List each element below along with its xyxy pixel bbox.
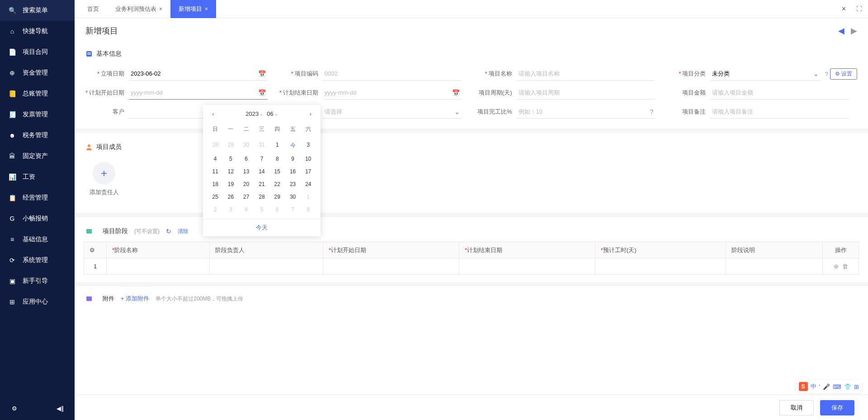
sidebar-item-14[interactable]: ⊞应用中心 bbox=[0, 291, 75, 312]
calendar-day[interactable]: 4 bbox=[239, 203, 254, 216]
calendar-day[interactable]: 7 bbox=[285, 203, 300, 216]
ime-skin-icon[interactable]: 👕 bbox=[844, 383, 851, 390]
calendar-next-icon[interactable]: › bbox=[307, 110, 314, 118]
calendar-day[interactable]: 30 bbox=[239, 138, 254, 153]
ime-lang-toggle[interactable]: 中 bbox=[811, 382, 816, 391]
row-add-icon[interactable]: ⊕ bbox=[834, 263, 839, 270]
calendar-day[interactable]: 23 bbox=[285, 178, 300, 191]
sidebar-item-6[interactable]: ☻税务管理 bbox=[0, 125, 75, 146]
calendar-icon[interactable]: 📅 bbox=[452, 89, 460, 96]
calendar-day[interactable]: 25 bbox=[208, 191, 223, 203]
calendar-day[interactable]: 4 bbox=[208, 153, 223, 165]
calendar-day[interactable]: 1 bbox=[269, 138, 285, 153]
calendar-day[interactable]: 3 bbox=[301, 138, 316, 153]
sidebar-item-0[interactable]: 🔍搜索菜单 bbox=[0, 0, 75, 21]
add-member-button[interactable]: + bbox=[93, 162, 115, 185]
calendar-day[interactable]: 11 bbox=[208, 165, 223, 178]
ime-voice-icon[interactable]: 🎤 bbox=[823, 383, 830, 390]
calendar-day[interactable]: 27 bbox=[239, 191, 254, 203]
calendar-day[interactable]: 9 bbox=[285, 153, 300, 165]
calendar-day[interactable]: 3 bbox=[223, 203, 238, 216]
sidebar-item-12[interactable]: ⟳系统管理 bbox=[0, 250, 75, 271]
calendar-day[interactable]: 19 bbox=[223, 178, 238, 191]
plan-end-input[interactable] bbox=[323, 86, 462, 100]
settings-icon[interactable]: ⚙ bbox=[9, 403, 20, 414]
calendar-month-select[interactable]: 06⌄ bbox=[267, 110, 278, 117]
add-attachment-button[interactable]: + 添加附件 bbox=[121, 295, 149, 303]
tab-1[interactable]: 业务利润预估表× bbox=[107, 0, 170, 18]
row-delete-icon[interactable]: 🗑 bbox=[842, 263, 848, 270]
help-icon[interactable]: ? bbox=[825, 71, 828, 77]
calendar-day[interactable]: 15 bbox=[269, 165, 285, 178]
calendar-day[interactable]: 20 bbox=[239, 178, 254, 191]
close-all-tabs-icon[interactable]: ✕ bbox=[838, 4, 849, 14]
category-select[interactable] bbox=[710, 67, 821, 81]
sidebar-item-2[interactable]: 📄项目合同 bbox=[0, 42, 75, 62]
tab-2[interactable]: 新增项目× bbox=[170, 0, 216, 18]
ime-punct-icon[interactable]: ' bbox=[819, 383, 820, 390]
calendar-day[interactable]: 26 bbox=[223, 191, 238, 203]
plan-start-input[interactable] bbox=[129, 86, 268, 100]
calendar-day[interactable]: 21 bbox=[254, 178, 269, 191]
calendar-day[interactable]: 29 bbox=[223, 138, 238, 153]
remark-input[interactable] bbox=[710, 105, 849, 119]
calendar-day[interactable]: 24 bbox=[301, 178, 316, 191]
sidebar-item-8[interactable]: 📊工资 bbox=[0, 167, 75, 187]
collapse-sidebar-icon[interactable]: ◀‖ bbox=[55, 403, 66, 414]
dept-select[interactable] bbox=[323, 105, 462, 119]
calendar-today-button[interactable]: 今天 bbox=[203, 219, 321, 236]
setup-date-input[interactable] bbox=[129, 67, 268, 81]
tab-0[interactable]: 首页 bbox=[79, 0, 107, 18]
sidebar-item-4[interactable]: 📒总账管理 bbox=[0, 83, 75, 104]
sidebar-item-13[interactable]: ▣新手引导 bbox=[0, 271, 75, 291]
ime-logo-icon[interactable]: S bbox=[799, 382, 808, 391]
sidebar-item-3[interactable]: ⊕资金管理 bbox=[0, 62, 75, 83]
calendar-day[interactable]: 5 bbox=[223, 153, 238, 165]
close-icon[interactable]: × bbox=[159, 6, 162, 12]
clear-button[interactable]: 清除 bbox=[178, 228, 189, 235]
ime-toolbox-icon[interactable]: ⊞ bbox=[854, 383, 859, 390]
calendar-prev-icon[interactable]: ‹ bbox=[209, 110, 217, 118]
calendar-day[interactable]: 28 bbox=[208, 138, 223, 153]
page-prev-icon[interactable]: ◀ bbox=[838, 26, 844, 36]
calendar-day[interactable]: 18 bbox=[208, 178, 223, 191]
sidebar-item-10[interactable]: G小畅报销 bbox=[0, 208, 75, 229]
sidebar-item-9[interactable]: 📋经营管理 bbox=[0, 187, 75, 208]
page-next-icon[interactable]: ▶ bbox=[851, 26, 857, 36]
sidebar-item-7[interactable]: 🏛固定资产 bbox=[0, 146, 75, 167]
name-input[interactable] bbox=[517, 67, 656, 81]
progress-input[interactable] bbox=[517, 105, 656, 119]
calendar-day[interactable]: 14 bbox=[254, 165, 269, 178]
help-icon[interactable]: ? bbox=[650, 108, 653, 115]
calendar-day[interactable]: 8 bbox=[269, 153, 285, 165]
calendar-day[interactable]: 17 bbox=[301, 165, 316, 178]
table-row[interactable]: 1 ⊕ 🗑 bbox=[84, 258, 859, 275]
save-button[interactable]: 保存 bbox=[820, 400, 854, 415]
amount-input[interactable] bbox=[710, 86, 849, 100]
chevron-down-icon[interactable]: ⌄ bbox=[454, 108, 460, 115]
calendar-icon[interactable]: 📅 bbox=[258, 70, 266, 77]
refresh-icon[interactable]: ↻ bbox=[166, 228, 171, 235]
code-input[interactable] bbox=[323, 67, 462, 81]
table-settings-icon[interactable]: ⚙ bbox=[90, 247, 95, 253]
calendar-day[interactable]: 22 bbox=[269, 178, 285, 191]
category-setting-button[interactable]: ⚙设置 bbox=[830, 68, 857, 80]
calendar-day[interactable]: 13 bbox=[239, 165, 254, 178]
sidebar-item-11[interactable]: ≡基础信息 bbox=[0, 229, 75, 250]
calendar-day[interactable]: 6 bbox=[239, 153, 254, 165]
period-input[interactable] bbox=[517, 86, 656, 100]
calendar-year-select[interactable]: 2023⌄ bbox=[245, 110, 263, 117]
fullscreen-icon[interactable]: ⛶ bbox=[854, 4, 864, 14]
sidebar-item-5[interactable]: 🧾发票管理 bbox=[0, 104, 75, 125]
calendar-day[interactable]: 8 bbox=[301, 203, 316, 216]
calendar-icon[interactable]: 📅 bbox=[258, 89, 266, 96]
calendar-day[interactable]: 5 bbox=[254, 203, 269, 216]
calendar-day[interactable]: 今 bbox=[285, 138, 300, 153]
sidebar-item-1[interactable]: ⌂快捷导航 bbox=[0, 21, 75, 42]
cancel-button[interactable]: 取消 bbox=[779, 400, 814, 415]
calendar-day[interactable]: 16 bbox=[285, 165, 300, 178]
ime-keyboard-icon[interactable]: ⌨ bbox=[833, 383, 841, 390]
chevron-down-icon[interactable]: ⌄ bbox=[813, 70, 819, 77]
calendar-day[interactable]: 29 bbox=[269, 191, 285, 203]
calendar-day[interactable]: 1 bbox=[301, 191, 316, 203]
